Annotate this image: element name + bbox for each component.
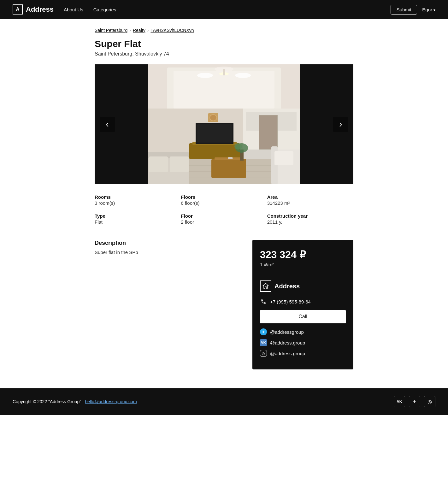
- navbar-right: Submit Egor: [391, 5, 435, 15]
- submit-button[interactable]: Submit: [391, 5, 417, 15]
- breadcrumb-item-city[interactable]: Saint Petersburg: [95, 28, 127, 33]
- footer: Copyright © 2022 "Address Group" hello@a…: [0, 388, 448, 415]
- user-menu[interactable]: Egor: [422, 7, 435, 12]
- vk-icon: VK: [260, 339, 267, 346]
- spec-rooms: Rooms 3 room(s): [95, 194, 181, 206]
- spec-rooms-value: 3 room(s): [95, 200, 181, 206]
- spec-area-value: 314223 m²: [267, 200, 353, 206]
- spec-type-value: Flat: [95, 219, 181, 225]
- logo-icon: A: [13, 4, 23, 15]
- svg-point-35: [234, 143, 242, 150]
- description-title: Description: [95, 240, 242, 246]
- agency-header: Address: [260, 280, 346, 292]
- svg-rect-37: [223, 69, 225, 75]
- telegram-icon: ✈: [260, 328, 267, 335]
- instagram-handle: @address.group: [270, 351, 305, 356]
- instagram-icon: ◎: [260, 350, 267, 357]
- navbar: A Address About Us Categories Submit Ego…: [0, 0, 448, 19]
- slider-next-button[interactable]: ›: [333, 117, 348, 132]
- spec-area-label: Area: [267, 194, 353, 200]
- spec-floors-value: 6 floor(s): [181, 200, 267, 206]
- nav-about[interactable]: About Us: [64, 7, 83, 12]
- logo-text: Address: [26, 5, 54, 14]
- svg-point-4: [235, 73, 251, 78]
- svg-point-29: [228, 157, 233, 159]
- vk-handle: @address.group: [270, 340, 305, 345]
- breadcrumb-item-id[interactable]: TAvH2KSvhLDCNXvn: [150, 28, 194, 33]
- vk-row: VK @address.group: [260, 339, 346, 346]
- telegram-handle: @addressgroup: [270, 329, 304, 335]
- navbar-left: A Address About Us Categories: [13, 4, 116, 15]
- agency-name: Address: [274, 283, 300, 290]
- footer-telegram-button[interactable]: ✈: [409, 396, 420, 407]
- room-image: [148, 64, 300, 184]
- instagram-row: ◎ @address.group: [260, 350, 346, 357]
- description-text: Super flat in the SPb: [95, 250, 242, 255]
- spec-floor-value: 2 floor: [181, 219, 267, 225]
- footer-left: Copyright © 2022 "Address Group" hello@a…: [13, 399, 137, 404]
- price-card: 323 324 ₽ 1 ₽/m² Address +7 (995): [252, 240, 353, 369]
- spec-construction-year-value: 2011 y.: [267, 219, 353, 225]
- main-layout: Description Super flat in the SPb 323 32…: [95, 240, 353, 369]
- footer-vk-button[interactable]: VK: [394, 396, 405, 407]
- slider-prev-button[interactable]: ‹: [100, 117, 115, 132]
- user-name: Egor: [422, 7, 432, 12]
- specs-grid: Rooms 3 room(s) Floors 6 floor(s) Area 3…: [95, 194, 353, 225]
- nav-categories[interactable]: Categories: [93, 7, 116, 12]
- footer-socials: VK ✈ ◎: [394, 396, 435, 407]
- spec-construction-year: Construction year 2011 y.: [267, 213, 353, 225]
- svg-rect-27: [211, 159, 246, 178]
- breadcrumb: Saint Petersburg › Realty › TAvH2KSvhLDC…: [95, 28, 353, 33]
- logo-link[interactable]: A Address: [13, 4, 54, 15]
- footer-instagram-button[interactable]: ◎: [424, 396, 435, 407]
- svg-rect-19: [197, 124, 232, 143]
- breadcrumb-sep-1: ›: [129, 28, 131, 33]
- svg-point-22: [210, 115, 216, 121]
- phone-icon: [260, 298, 267, 305]
- chevron-down-icon: [433, 7, 435, 12]
- spec-floors: Floors 6 floor(s): [181, 194, 267, 206]
- phone-row: +7 (995) 595-89-64: [260, 298, 346, 305]
- listing-address: Saint Petersburg, Shuvalovkiy 74: [95, 51, 353, 57]
- main-content: Saint Petersburg › Realty › TAvH2KSvhLDC…: [88, 19, 360, 388]
- image-slider: ‹: [95, 64, 353, 184]
- svg-rect-32: [274, 151, 293, 165]
- spec-area: Area 314223 m²: [267, 194, 353, 206]
- svg-rect-16: [189, 143, 240, 159]
- svg-rect-2: [174, 71, 274, 109]
- spec-floor: Floor 2 floor: [181, 213, 267, 225]
- spec-floors-label: Floors: [181, 194, 267, 200]
- price-per-sqm: 1 ₽/m²: [260, 262, 346, 268]
- spec-rooms-label: Rooms: [95, 194, 181, 200]
- price-value: 323 324 ₽: [260, 249, 346, 261]
- svg-rect-25: [149, 156, 168, 172]
- description-section: Description Super flat in the SPb: [95, 240, 242, 255]
- telegram-row: ✈ @addressgroup: [260, 328, 346, 335]
- svg-rect-26: [170, 156, 189, 172]
- phone-number: +7 (995) 595-89-64: [270, 299, 311, 304]
- listing-title: Super Flat: [95, 38, 353, 49]
- spec-floor-label: Floor: [181, 213, 267, 219]
- svg-point-3: [197, 73, 213, 78]
- spec-type: Type Flat: [95, 213, 181, 225]
- svg-rect-15: [259, 115, 277, 149]
- breadcrumb-item-realty[interactable]: Realty: [133, 28, 145, 33]
- footer-copyright: Copyright © 2022 "Address Group": [13, 399, 81, 404]
- agency-logo-icon: [260, 280, 271, 292]
- call-button[interactable]: Call: [260, 310, 346, 323]
- price-divider: [260, 274, 346, 274]
- spec-construction-year-label: Construction year: [267, 213, 353, 219]
- breadcrumb-sep-2: ›: [147, 28, 149, 33]
- spec-type-label: Type: [95, 213, 181, 219]
- footer-email[interactable]: hello@address-group.com: [85, 399, 137, 404]
